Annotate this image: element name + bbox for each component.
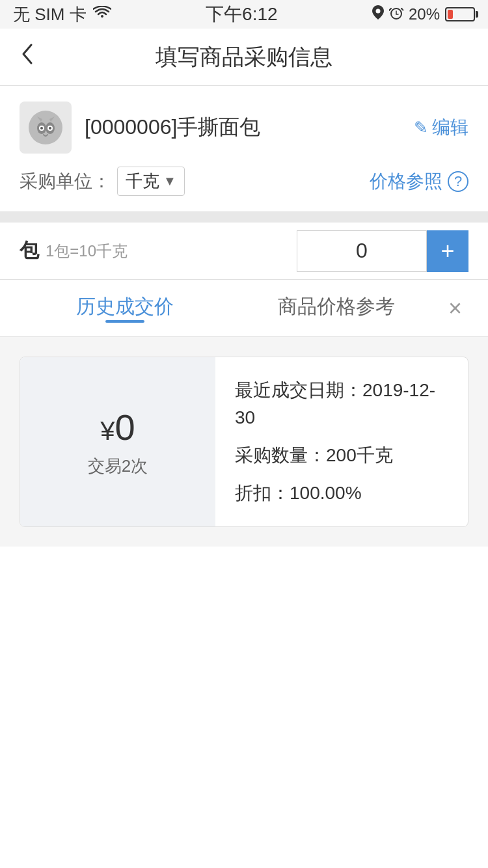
page-title: 填写商品采购信息 <box>156 42 332 72</box>
quantity-plus-button[interactable]: + <box>427 230 468 272</box>
unit-label-text: 采购单位： <box>20 169 111 194</box>
product-name-container: [0000006]手撕面包 <box>85 113 260 142</box>
status-right: 20% <box>372 5 475 23</box>
price-number: 0 <box>115 407 135 448</box>
edit-button[interactable]: ✎ 编辑 <box>414 115 468 140</box>
product-top-row: [0000006]手撕面包 ✎ 编辑 <box>20 102 468 154</box>
price-summary: ¥0 交易2次 <box>20 357 215 526</box>
price-ref-label: 价格参照 <box>370 169 442 194</box>
tab-price-reference[interactable]: 商品价格参考 <box>230 293 441 323</box>
price-reference-button[interactable]: 价格参照 ? <box>370 169 468 194</box>
product-info: [0000006]手撕面包 <box>20 102 260 154</box>
product-card: [0000006]手撕面包 ✎ 编辑 采购单位： 千克 ▼ 价格参照 ? <box>0 86 488 212</box>
product-code: [0000006] <box>85 115 177 139</box>
svg-point-0 <box>375 9 380 14</box>
recent-date-label: 最近成交日期： <box>235 380 362 400</box>
product-thumbnail <box>20 102 72 154</box>
unit-selector: 采购单位： 千克 ▼ <box>20 167 185 196</box>
unit-badge: 包 <box>20 237 39 264</box>
carrier-text: 无 SIM 卡 <box>13 3 87 26</box>
close-tab-button[interactable]: × <box>442 295 468 322</box>
price-amount: ¥0 <box>100 406 135 448</box>
edit-icon: ✎ <box>414 118 428 138</box>
discount-label: 折扣： <box>235 483 290 503</box>
wifi-icon <box>93 5 111 25</box>
purchase-qty-value: 200千克 <box>326 445 393 465</box>
history-price-section: ¥0 交易2次 最近成交日期：2019-12-30 采购数量：200千克 折扣：… <box>0 337 488 547</box>
unit-conversion: 1包=10千克 <box>46 241 128 262</box>
quantity-row: 包 1包=10千克 + <box>0 223 488 280</box>
location-icon <box>372 5 384 23</box>
status-carrier: 无 SIM 卡 <box>13 3 111 26</box>
content-area <box>0 547 488 868</box>
purchase-qty-row: 采购数量：200千克 <box>235 442 448 469</box>
unit-badge-row: 包 1包=10千克 <box>20 237 128 264</box>
alarm-icon <box>389 5 403 23</box>
dropdown-arrow-icon: ▼ <box>163 174 176 189</box>
discount-value: 100.00% <box>290 483 362 503</box>
section-divider <box>0 212 488 223</box>
tab-history-label: 历史成交价 <box>76 295 174 317</box>
svg-point-7 <box>40 127 43 129</box>
product-unit-row: 采购单位： 千克 ▼ 价格参照 ? <box>20 167 468 196</box>
product-display-name: 手撕面包 <box>177 115 260 139</box>
price-details: 最近成交日期：2019-12-30 采购数量：200千克 折扣：100.00% <box>215 357 468 526</box>
unit-dropdown[interactable]: 千克 ▼ <box>117 167 185 196</box>
tab-bar: 历史成交价 商品价格参考 × <box>0 280 488 337</box>
currency-symbol: ¥ <box>100 416 115 445</box>
purchase-qty-label: 采购数量： <box>235 445 326 465</box>
tab-reference-label: 商品价格参考 <box>278 295 395 317</box>
tab-active-indicator <box>105 320 144 323</box>
trade-count: 交易2次 <box>88 455 148 478</box>
quantity-controls: + <box>297 230 468 272</box>
status-time: 下午6:12 <box>206 2 278 27</box>
discount-row: 折扣：100.00% <box>235 480 448 507</box>
product-name: [0000006]手撕面包 <box>85 115 260 139</box>
page-header: 填写商品采购信息 <box>0 29 488 86</box>
tab-history-price[interactable]: 历史成交价 <box>20 293 230 323</box>
battery-level: 20% <box>409 5 440 23</box>
price-card: ¥0 交易2次 最近成交日期：2019-12-30 采购数量：200千克 折扣：… <box>20 357 468 527</box>
help-icon: ? <box>448 171 468 192</box>
edit-label: 编辑 <box>432 115 468 140</box>
back-button[interactable] <box>20 42 35 72</box>
unit-value-text: 千克 <box>126 170 159 193</box>
battery-icon <box>445 7 475 21</box>
quantity-input[interactable] <box>297 230 427 272</box>
recent-date-row: 最近成交日期：2019-12-30 <box>235 377 448 431</box>
svg-point-8 <box>49 127 51 129</box>
status-bar: 无 SIM 卡 下午6:12 20% <box>0 0 488 29</box>
